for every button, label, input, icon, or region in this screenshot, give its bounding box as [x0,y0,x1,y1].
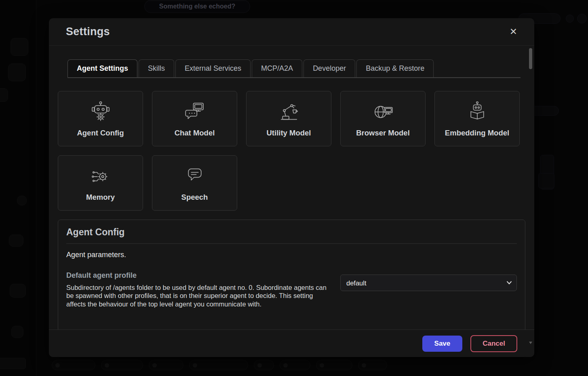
robot-head-icon [89,100,112,125]
card-speech[interactable]: Speech [152,155,237,211]
agent-config-section: Agent Config Agent parameters. Default a… [58,220,525,330]
tab-developer[interactable]: Developer [303,59,355,77]
settings-modal: Settings ✕ Agent Settings Skills Externa… [49,18,534,357]
globe-monitor-icon [371,100,395,125]
section-divider [66,243,517,244]
tab-skills[interactable]: Skills [139,59,174,77]
scrollbar-thumb[interactable] [529,48,532,69]
profile-select-wrap: default [340,275,517,291]
modal-header: Settings ✕ [49,18,534,46]
modal-footer: Save Cancel [49,330,534,357]
card-label: Speech [181,193,208,202]
modal-body: Agent Settings Skills External Services … [49,46,534,330]
settings-nav-cards: Agent Config Chat Model [58,91,525,211]
field-description: Subdirectory of /agents folder to be use… [66,283,328,308]
scrollbar-down-arrow[interactable] [529,342,532,344]
card-memory[interactable]: Memory [58,155,143,211]
chat-monitor-icon [183,100,207,125]
card-agent-config[interactable]: Agent Config [58,91,143,146]
card-chat-model[interactable]: Chat Model [152,91,237,146]
profile-select[interactable]: default [340,275,517,291]
card-label: Agent Config [77,129,124,137]
tab-mcp-a2a[interactable]: MCP/A2A [252,59,302,77]
settings-tabs: Agent Settings Skills External Services … [67,59,521,78]
card-embedding-model[interactable]: Embedding Model [434,91,520,146]
card-utility-model[interactable]: Utility Model [246,91,331,146]
field-default-agent-profile: Default agent profile Subdirectory of /a… [66,271,517,308]
card-browser-model[interactable]: Browser Model [340,91,426,146]
field-label: Default agent profile [66,271,328,280]
tab-external-services[interactable]: External Services [175,59,251,77]
close-icon[interactable]: ✕ [510,27,517,36]
section-title: Agent Config [66,220,517,243]
robot-book-icon [466,100,489,125]
speech-bubble-icon [183,165,207,189]
circuit-gear-icon [89,165,112,189]
card-label: Utility Model [267,129,311,137]
save-button[interactable]: Save [422,336,463,352]
tab-agent-settings[interactable]: Agent Settings [67,59,137,77]
tab-backup-restore[interactable]: Backup & Restore [356,59,434,77]
card-label: Memory [86,193,115,202]
card-label: Embedding Model [445,129,509,137]
robot-arm-icon [277,100,301,125]
card-label: Browser Model [356,129,410,137]
section-subtitle: Agent parameters. [66,251,517,259]
modal-title: Settings [66,25,110,38]
cancel-button[interactable]: Cancel [470,335,517,352]
modal-scrollbar[interactable] [529,47,532,345]
card-label: Chat Model [175,129,215,137]
